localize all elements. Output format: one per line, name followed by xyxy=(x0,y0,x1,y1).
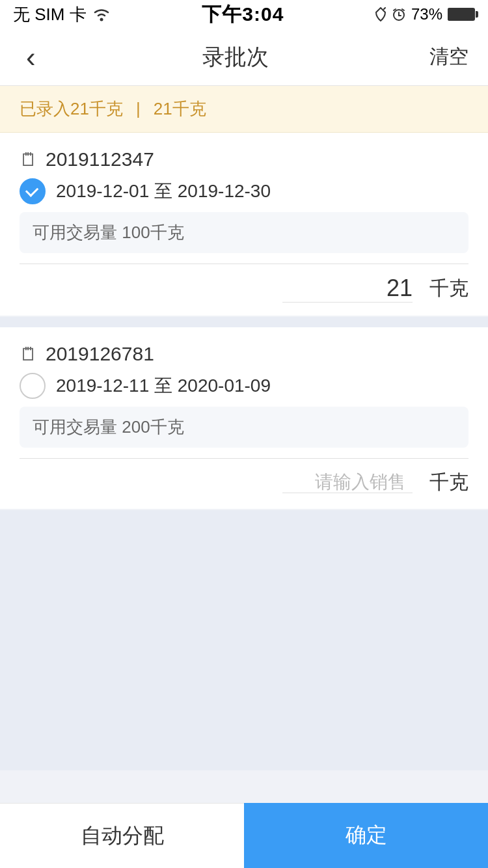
radio-batch-1[interactable] xyxy=(20,178,46,204)
batch-id-1: 2019112347 xyxy=(46,148,154,170)
batch-icon-1: 🗒 xyxy=(20,149,38,170)
quantity-unit-2: 千克 xyxy=(429,469,468,496)
status-time: 下午3:04 xyxy=(202,1,284,28)
batch-available-1: 可用交易量 100千克 xyxy=(20,212,468,253)
info-divider: | xyxy=(136,99,141,119)
gray-fill-area xyxy=(0,510,488,770)
battery-percent: 73% xyxy=(411,5,442,23)
batch-card-1: 🗒 2019112347 2019-12-01 至 2019-12-30 可用交… xyxy=(0,133,488,316)
batch-date-row-1: 2019-12-01 至 2019-12-30 xyxy=(0,178,488,212)
bottom-buttons: 自动分配 确定 xyxy=(0,803,488,868)
back-button[interactable]: ‹ xyxy=(20,34,42,80)
radio-batch-2[interactable] xyxy=(20,373,46,399)
wifi-icon xyxy=(92,7,111,21)
battery-icon xyxy=(448,8,475,21)
carrier-text: 无 SIM 卡 xyxy=(13,3,87,26)
batch-available-2: 可用交易量 200千克 xyxy=(20,407,468,448)
quantity-input-2[interactable] xyxy=(315,472,413,493)
clear-button[interactable]: 清空 xyxy=(429,44,468,70)
svg-point-0 xyxy=(100,18,103,21)
batch-date-2: 2019-12-11 至 2020-01-09 xyxy=(56,373,271,398)
quantity-row-2: 千克 xyxy=(0,459,488,509)
section-divider xyxy=(0,317,488,327)
confirm-button[interactable]: 确定 xyxy=(244,803,488,868)
batch-date-row-2: 2019-12-11 至 2020-01-09 xyxy=(0,373,488,407)
info-banner: 已录入21千克 | 21千克 xyxy=(0,86,488,133)
batch-id-2: 2019126781 xyxy=(46,343,154,365)
recorded-label: 已录入21千克 xyxy=(20,98,123,120)
quantity-underline-2[interactable] xyxy=(282,472,413,493)
svg-line-5 xyxy=(402,9,404,10)
page-title: 录批次 xyxy=(202,42,269,72)
alarm-icon xyxy=(392,7,406,21)
auto-distribute-button[interactable]: 自动分配 xyxy=(0,803,244,868)
batch-date-1: 2019-12-01 至 2019-12-30 xyxy=(56,179,271,204)
page-content: 🗒 2019112347 2019-12-01 至 2019-12-30 可用交… xyxy=(0,133,488,835)
status-bar: 无 SIM 卡 下午3:04 73% xyxy=(0,0,488,29)
quantity-value-1: 21 xyxy=(386,275,413,302)
batch-header-2: 🗒 2019126781 xyxy=(0,327,488,373)
nav-bar: ‹ 录批次 清空 xyxy=(0,29,488,86)
status-carrier: 无 SIM 卡 xyxy=(13,3,111,26)
quantity-underline-1: 21 xyxy=(282,275,413,303)
total-label: 21千克 xyxy=(154,98,206,120)
svg-line-4 xyxy=(394,9,396,10)
status-icons: 73% xyxy=(375,5,475,23)
location-icon xyxy=(375,7,386,21)
batch-card-2: 🗒 2019126781 2019-12-11 至 2020-01-09 可用交… xyxy=(0,327,488,509)
quantity-unit-1: 千克 xyxy=(429,275,468,302)
batch-header-1: 🗒 2019112347 xyxy=(0,133,488,178)
batch-icon-2: 🗒 xyxy=(20,344,38,365)
quantity-row-1: 21 千克 xyxy=(0,264,488,316)
